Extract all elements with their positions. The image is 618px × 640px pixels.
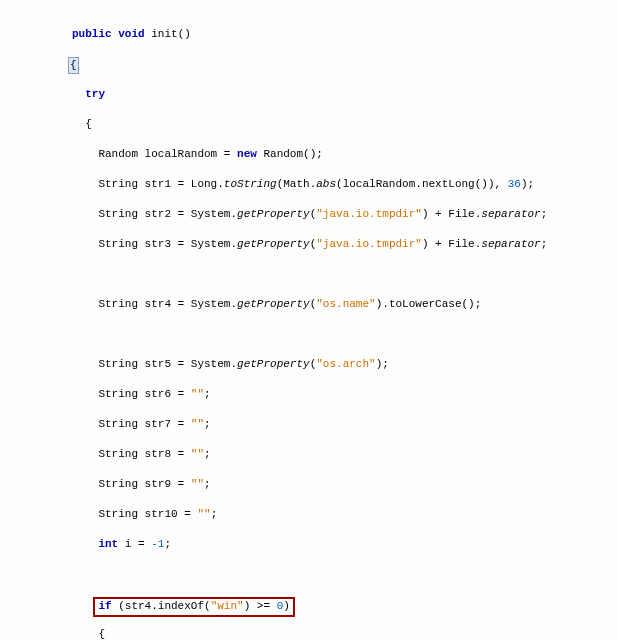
blank [72,327,618,342]
stmt-str9: String str9 = ""; [72,477,618,492]
stmt-str5: String str5 = System.getProperty("os.arc… [72,357,618,372]
blank [72,267,618,282]
stmt-int-i: int i = -1; [72,537,618,552]
stmt-str2: String str2 = System.getProperty("java.i… [72,207,618,222]
brace-open: { [72,57,618,72]
brace: { [72,627,618,640]
brace: { [72,117,618,132]
stmt-str6: String str6 = ""; [72,387,618,402]
try-keyword: try [72,87,618,102]
if-win: if (str4.indexOf("win") >= 0) [72,597,618,612]
method-signature: public void init() [72,27,618,42]
stmt-str7: String str7 = ""; [72,417,618,432]
stmt-random: Random localRandom = new Random(); [72,147,618,162]
blank [72,567,618,582]
stmt-str10: String str10 = ""; [72,507,618,522]
stmt-str3: String str3 = System.getProperty("java.i… [72,237,618,252]
stmt-str4: String str4 = System.getProperty("os.nam… [72,297,618,312]
code-block: public void init() { try { Random localR… [0,0,618,640]
stmt-str1: String str1 = Long.toString(Math.abs(loc… [72,177,618,192]
stmt-str8: String str8 = ""; [72,447,618,462]
